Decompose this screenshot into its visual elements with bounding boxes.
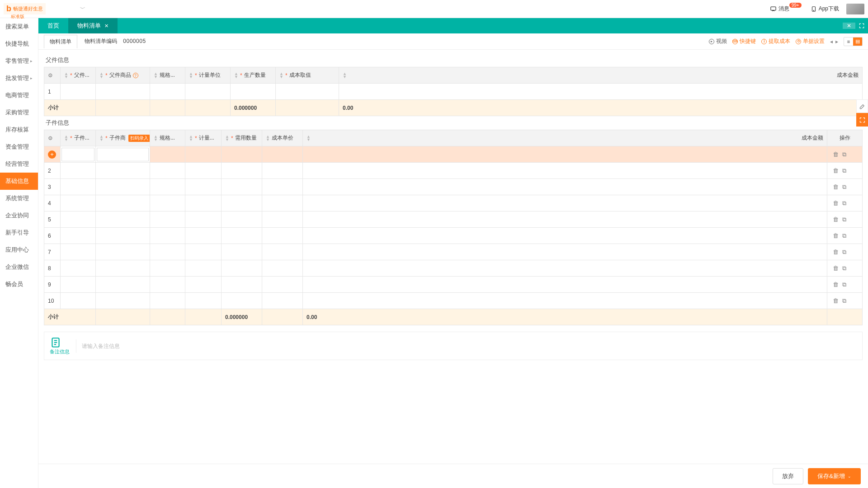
- child-code-input[interactable]: [61, 148, 94, 161]
- delete-row-icon[interactable]: 🗑: [833, 249, 839, 255]
- delete-row-icon[interactable]: 🗑: [833, 216, 839, 223]
- delete-row-icon[interactable]: 🗑: [833, 151, 839, 158]
- copy-row-icon[interactable]: ⧉: [842, 281, 846, 288]
- org-selector[interactable]: ﹀: [57, 3, 91, 14]
- copy-row-icon[interactable]: ⧉: [842, 216, 846, 223]
- table-row[interactable]: 10 🗑⧉: [44, 293, 863, 309]
- sidebar-item-wholesale[interactable]: 批发管理▸: [0, 70, 38, 87]
- table-row[interactable]: 4 🗑⧉: [44, 195, 863, 211]
- col-parent-product[interactable]: ▲▼*父件商品?: [96, 67, 150, 84]
- app-download-link[interactable]: App下载: [811, 5, 839, 13]
- col-child-amount[interactable]: ▲▼成本金额: [303, 130, 827, 146]
- col-parent-uom[interactable]: ▲▼*计量单位: [185, 67, 231, 84]
- messages-link[interactable]: 消息 99+: [770, 5, 803, 13]
- view-list-button[interactable]: ≡: [844, 38, 853, 46]
- fullscreen-icon[interactable]: [855, 23, 868, 29]
- delete-row-icon[interactable]: 🗑: [833, 183, 839, 190]
- sidebar-item-inventory[interactable]: 库存核算: [0, 121, 38, 138]
- save-new-button[interactable]: 保存&新增 ⌄: [808, 468, 861, 484]
- remark-input[interactable]: [76, 339, 857, 353]
- delete-row-icon[interactable]: 🗑: [833, 200, 839, 206]
- sidebar-item-guide[interactable]: 新手引导: [0, 224, 38, 241]
- sidebar-item-label: 快捷导航: [5, 40, 29, 48]
- col-parent-spec[interactable]: ▲▼规格...: [150, 67, 185, 84]
- add-row-button[interactable]: +: [48, 150, 56, 159]
- sidebar-item-basic-info[interactable]: 基础信息: [0, 173, 38, 190]
- copy-row-icon[interactable]: ⧉: [842, 183, 846, 190]
- sidebar-item-enterprise[interactable]: 企业协同: [0, 207, 38, 224]
- delete-row-icon[interactable]: 🗑: [833, 232, 839, 239]
- delete-row-icon[interactable]: 🗑: [833, 167, 839, 174]
- table-row[interactable]: 2 🗑⧉: [44, 163, 863, 179]
- col-child-spec[interactable]: ▲▼规格...: [150, 130, 185, 146]
- video-action[interactable]: ▸视频: [709, 38, 727, 45]
- discard-button[interactable]: 放弃: [773, 468, 803, 484]
- extract-cost-action[interactable]: ↧提取成本: [761, 38, 790, 45]
- delete-row-icon[interactable]: 🗑: [833, 265, 839, 272]
- copy-row-icon[interactable]: ⧉: [842, 249, 846, 255]
- sidebar-item-ecommerce[interactable]: 电商管理: [0, 87, 38, 104]
- prev-doc-button[interactable]: ◂: [830, 38, 833, 45]
- copy-row-icon[interactable]: ⧉: [842, 167, 846, 174]
- doc-tab[interactable]: 物料清单: [44, 35, 77, 48]
- help-icon[interactable]: ?: [133, 73, 138, 78]
- col-parent-amount[interactable]: ▲▼成本金额: [339, 67, 863, 84]
- col-child-uom[interactable]: ▲▼*计量...: [185, 130, 222, 146]
- col-parent-code[interactable]: ▲▼*父件...: [61, 67, 96, 84]
- table-row[interactable]: 9 🗑⧉: [44, 277, 863, 293]
- table-row[interactable]: + 🗑⧉: [44, 146, 863, 163]
- tab-home[interactable]: 首页: [38, 18, 68, 33]
- edit-float-button[interactable]: [856, 99, 868, 113]
- avatar[interactable]: [846, 4, 864, 14]
- copy-row-icon[interactable]: ⧉: [842, 151, 846, 158]
- table-row[interactable]: 5 🗑⧉: [44, 211, 863, 228]
- caret-icon: ▸: [30, 76, 33, 80]
- table-row[interactable]: 8 🗑⧉: [44, 260, 863, 277]
- table-row[interactable]: 3 🗑⧉: [44, 179, 863, 195]
- sort-icon: ▲▼: [154, 72, 158, 79]
- expand-float-button[interactable]: [856, 113, 868, 127]
- sidebar-item-quick-nav[interactable]: 快捷导航: [0, 35, 38, 52]
- sidebar-item-retail[interactable]: 零售管理▸: [0, 52, 38, 70]
- delete-row-icon[interactable]: 🗑: [833, 281, 839, 288]
- next-doc-button[interactable]: ▸: [835, 38, 838, 45]
- col-child-code[interactable]: ▲▼*子件...: [61, 130, 96, 146]
- shortcut-action[interactable]: ⌨快捷键: [732, 38, 756, 45]
- tab-bom[interactable]: 物料清单 ✕: [68, 18, 118, 33]
- close-icon[interactable]: ✕: [104, 23, 108, 29]
- subtotal-qty: 0.000000: [231, 100, 276, 116]
- copy-row-icon[interactable]: ⧉: [842, 265, 846, 272]
- copy-row-icon[interactable]: ⧉: [842, 297, 846, 304]
- col-parent-qty[interactable]: ▲▼*生产数量: [231, 67, 276, 84]
- sidebar-item-search-menu[interactable]: 搜索菜单: [0, 18, 38, 35]
- subtotal-amount: 0.00: [339, 100, 863, 116]
- sidebar-item-wechat[interactable]: 企业微信: [0, 258, 38, 276]
- button-label: 保存&新增: [817, 472, 845, 480]
- sidebar-item-operations[interactable]: 经营管理: [0, 155, 38, 173]
- sidebar-item-apps[interactable]: 应用中心: [0, 241, 38, 258]
- sidebar-item-purchase[interactable]: 采购管理: [0, 104, 38, 121]
- col-child-qty[interactable]: ▲▼*需用数量: [222, 130, 262, 146]
- table-row[interactable]: 6 🗑⧉: [44, 228, 863, 244]
- child-product-input[interactable]: [97, 148, 149, 161]
- sidebar-item-member[interactable]: 畅会员: [0, 276, 38, 293]
- sidebar-item-system[interactable]: 系统管理: [0, 190, 38, 207]
- gear-icon: ⚙: [48, 72, 53, 79]
- copy-row-icon[interactable]: ⧉: [842, 200, 846, 206]
- scan-entry-tag[interactable]: 扫码录入: [128, 135, 150, 142]
- col-child-price[interactable]: ▲▼成本单价: [262, 130, 303, 146]
- col-label: 生产数量: [244, 71, 266, 79]
- col-child-product[interactable]: ▲▼*子件商扫码录入: [96, 130, 150, 146]
- table-row[interactable]: 1: [44, 84, 863, 100]
- col-parent-cost-src[interactable]: ▲▼*成本取值: [276, 67, 339, 84]
- sidebar: 搜索菜单 快捷导航 零售管理▸ 批发管理▸ 电商管理 采购管理 库存核算 资金管…: [0, 18, 38, 488]
- sidebar-item-funds[interactable]: 资金管理: [0, 138, 38, 155]
- column-settings-button[interactable]: ⚙: [44, 67, 61, 84]
- delete-row-icon[interactable]: 🗑: [833, 297, 839, 304]
- copy-row-icon[interactable]: ⧉: [842, 232, 846, 239]
- view-form-button[interactable]: ▤: [853, 38, 862, 46]
- table-row[interactable]: 7 🗑⧉: [44, 244, 863, 260]
- close-all-tabs-button[interactable]: ✕: [843, 23, 855, 29]
- doc-settings-action[interactable]: ⚙单据设置: [796, 38, 825, 45]
- column-settings-button[interactable]: ⚙: [44, 130, 61, 146]
